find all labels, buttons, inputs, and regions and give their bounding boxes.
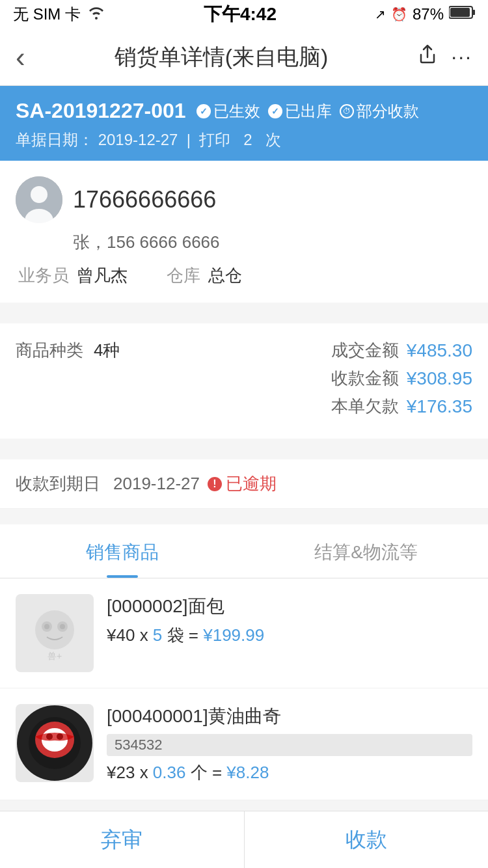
status-right: ↗ ⏰ 87%	[375, 5, 475, 23]
customer-top: 17666666666	[16, 176, 472, 223]
nav-bar: ‹ 销货单详情(来自电脑) ···	[0, 29, 488, 86]
svg-point-9	[44, 624, 49, 629]
product-sku-cookie: 534532	[107, 734, 472, 756]
more-icon[interactable]: ···	[451, 45, 472, 69]
meta-sales: 业务员 曾凡杰	[18, 264, 128, 287]
customer-phone: 17666666666	[73, 186, 216, 213]
overdue-icon: !	[208, 477, 222, 491]
product-image-bread: 兽+	[16, 594, 94, 672]
alarm-icon: ⏰	[391, 7, 407, 22]
product-name-bread: [0000002]面包	[107, 594, 472, 619]
badge-shipped: ✓ 已出库	[268, 101, 332, 122]
svg-rect-1	[472, 10, 475, 15]
stats-section: 商品种类 4种 成交金额 ¥485.30 收款金额 ¥308.95 本单欠款 ¥…	[0, 323, 488, 439]
customer-meta: 业务员 曾凡杰 仓库 总仓	[16, 264, 472, 287]
divider-3	[0, 519, 488, 524]
bottom-bar: 弃审 收款	[0, 811, 488, 868]
product-types-row: 商品种类 4种	[16, 339, 120, 362]
customer-avatar	[16, 176, 62, 223]
tabs: 销售商品 结算&物流等	[0, 524, 488, 578]
order-header: SA-20191227-001 ✓ 已生效 ✓ 已出库 ⏱ 部分收款 单据日期：…	[0, 86, 488, 161]
page-title: 销货单详情(来自电脑)	[115, 42, 329, 72]
tab-settlement[interactable]: 结算&物流等	[244, 524, 488, 578]
collect-button[interactable]: 收款	[245, 811, 489, 868]
status-left: 无 SIM 卡	[13, 4, 105, 25]
due-date-section: 收款到期日 2019-12-27 ! 已逾期	[0, 459, 488, 509]
wifi-icon	[87, 5, 105, 23]
collected-row: 收款金额 ¥308.95	[331, 367, 472, 390]
battery-icon	[449, 5, 475, 23]
status-time: 下午4:42	[204, 2, 277, 27]
overdue-badge: ! 已逾期	[208, 472, 277, 495]
cancel-review-button[interactable]: 弃审	[0, 811, 245, 868]
product-info-cookie: [000400001]黄油曲奇 534532 ¥23 x 0.36 个 = ¥8…	[107, 704, 472, 784]
stats-right: 成交金额 ¥485.30 收款金额 ¥308.95 本单欠款 ¥176.35	[331, 339, 472, 423]
tabs-section: 销售商品 结算&物流等	[0, 524, 488, 578]
product-image-cookie	[16, 704, 94, 782]
product-name-cookie: [000400001]黄油曲奇	[107, 704, 472, 729]
product-price-bread: ¥40 x 5 袋 = ¥199.99	[107, 624, 472, 647]
location-icon: ↗	[375, 7, 386, 22]
product-price-cookie: ¥23 x 0.36 个 = ¥8.28	[107, 761, 472, 784]
nav-actions: ···	[417, 44, 472, 70]
tab-sales-products[interactable]: 销售商品	[0, 524, 244, 578]
owed-row: 本单欠款 ¥176.35	[331, 395, 472, 418]
stats-left: 商品种类 4种	[16, 339, 120, 364]
battery-text: 87%	[413, 5, 444, 23]
order-date-row: 单据日期： 2019-12-27 | 打印 2 次	[16, 129, 472, 150]
back-button[interactable]: ‹	[16, 41, 25, 74]
check-icon-1: ✓	[197, 104, 211, 118]
status-bar: 无 SIM 卡 下午4:42 ↗ ⏰ 87%	[0, 0, 488, 29]
status-badges: ✓ 已生效 ✓ 已出库 ⏱ 部分收款	[197, 101, 419, 122]
clock-icon: ⏱	[340, 104, 354, 118]
product-info-bread: [0000002]面包 ¥40 x 5 袋 = ¥199.99	[107, 594, 472, 672]
check-icon-2: ✓	[268, 104, 282, 118]
meta-warehouse: 仓库 总仓	[167, 264, 242, 287]
customer-section: 17666666666 张，156 6666 6666 业务员 曾凡杰 仓库 总…	[0, 161, 488, 303]
carrier-text: 无 SIM 卡	[13, 4, 81, 25]
svg-point-4	[31, 186, 47, 203]
svg-text:兽+: 兽+	[47, 651, 62, 661]
svg-rect-2	[450, 8, 470, 17]
product-item-cookie: [000400001]黄油曲奇 534532 ¥23 x 0.36 个 = ¥8…	[0, 688, 488, 800]
products-section: 兽+ [0000002]面包 ¥40 x 5 袋 = ¥199.99	[0, 578, 488, 800]
deal-amount-row: 成交金额 ¥485.30	[331, 339, 472, 362]
customer-name-phone: 张，156 6666 6666	[16, 231, 472, 254]
share-icon[interactable]	[417, 44, 438, 70]
badge-effective: ✓ 已生效	[197, 101, 260, 122]
svg-point-6	[35, 610, 74, 649]
badge-partial: ⏱ 部分收款	[340, 101, 419, 122]
product-item-bread: 兽+ [0000002]面包 ¥40 x 5 袋 = ¥199.99	[0, 578, 488, 688]
divider-1	[0, 313, 488, 323]
svg-point-10	[60, 624, 65, 629]
divider-2	[0, 449, 488, 459]
order-id: SA-20191227-001	[16, 99, 186, 123]
